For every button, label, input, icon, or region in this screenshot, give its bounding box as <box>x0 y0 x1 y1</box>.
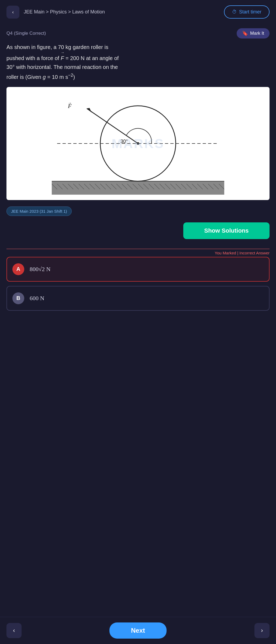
start-timer-button[interactable]: ⏱ Start timer <box>224 5 270 19</box>
options-container: You Marked | Incorrect Answer A 800√2 N … <box>0 249 276 311</box>
question-meta: Q4 (Single Correct) 🔖 Mark It <box>6 28 270 38</box>
option-a[interactable]: A 800√2 N <box>6 257 270 282</box>
question-type-label: Q4 (Single Correct) <box>6 31 46 36</box>
solutions-section: Show Solutions <box>6 222 270 249</box>
svg-text:→: → <box>68 101 72 105</box>
incorrect-answer-label: You Marked | Incorrect Answer <box>6 249 270 255</box>
source-tag-text: JEE Main 2023 (31 Jan Shift 1) <box>6 206 72 216</box>
timer-icon: ⏱ <box>232 9 237 15</box>
prev-icon: ‹ <box>13 627 15 634</box>
question-line2: pushed with a force of →F = 200 N at an … <box>6 55 119 61</box>
svg-marker-37 <box>87 108 92 113</box>
timer-label: Start timer <box>239 9 261 15</box>
question-line4: roller is (Given g = 10 m s−2) <box>6 74 75 80</box>
figure-container: MARKS <box>6 87 270 200</box>
bottom-nav: ‹ Next › <box>0 617 276 644</box>
bookmark-icon: 🔖 <box>242 30 248 36</box>
svg-point-41 <box>137 142 139 145</box>
header-left: ‹ JEE Main > Physics > Laws of Motion <box>6 6 105 19</box>
back-icon: ‹ <box>12 9 14 15</box>
figure-svg: F → 30° <box>12 92 264 195</box>
breadcrumb: JEE Main > Physics > Laws of Motion <box>24 9 105 15</box>
header: ‹ JEE Main > Physics > Laws of Motion ⏱ … <box>0 0 276 24</box>
option-a-text: 800√2 N <box>30 266 50 273</box>
next-button[interactable]: Next <box>109 622 167 639</box>
mark-it-button[interactable]: 🔖 Mark It <box>237 28 270 38</box>
option-b-text: 600 N <box>30 295 44 302</box>
source-tag: JEE Main 2023 (31 Jan Shift 1) <box>6 206 270 222</box>
question-text: As shown in figure, a 70 kg garden rolle… <box>6 43 270 82</box>
question-line1: As shown in figure, a 70 kg garden rolle… <box>6 44 108 50</box>
option-a-badge: A <box>12 263 24 275</box>
show-solutions-button[interactable]: Show Solutions <box>183 222 270 239</box>
question-area: Q4 (Single Correct) 🔖 Mark It As shown i… <box>0 24 276 249</box>
question-line3: 30° with horizontal. The normal reaction… <box>6 64 118 70</box>
mark-it-label: Mark It <box>250 31 264 36</box>
back-button[interactable]: ‹ <box>6 6 19 19</box>
option-b-badge: B <box>12 292 24 304</box>
force-symbol: F <box>61 55 64 61</box>
next-arrow-button[interactable]: › <box>254 623 270 638</box>
option-b[interactable]: B 600 N <box>6 286 270 311</box>
svg-text:30°: 30° <box>120 139 128 144</box>
prev-button[interactable]: ‹ <box>6 623 22 638</box>
next-arrow-icon: › <box>261 627 263 634</box>
